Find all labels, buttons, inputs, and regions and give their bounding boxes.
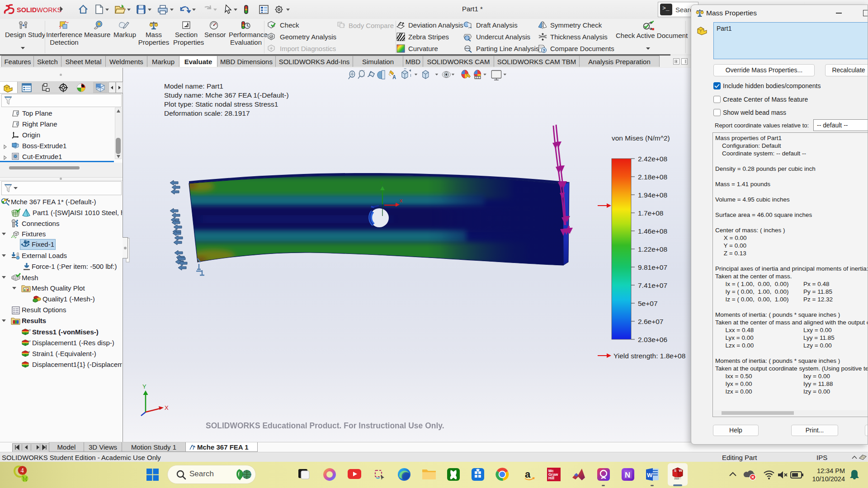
- svg-text:A: A: [392, 74, 396, 80]
- svg-text:u: u: [28, 339, 31, 343]
- svg-text:Plot type: Static nodal stress: Plot type: Static nodal stress Stress1: [164, 100, 278, 108]
- svg-text:?: ?: [543, 48, 546, 53]
- svg-text:2023: 2023: [675, 478, 679, 480]
- svg-text:2.03e+06: 2.03e+06: [638, 336, 667, 343]
- svg-text:Deformation scale: 28.1917: Deformation scale: 28.1917: [164, 109, 250, 117]
- svg-text:5e+07: 5e+07: [638, 300, 658, 307]
- svg-text:Model name: Part1: Model name: Part1: [164, 82, 223, 90]
- svg-text:9.81e+07: 9.81e+07: [638, 263, 667, 271]
- svg-text:σ: σ: [28, 328, 31, 332]
- svg-text:SOLIDWORKS Educational Product: SOLIDWORKS Educational Product. For Inst…: [206, 421, 444, 430]
- svg-text:1.7e+08: 1.7e+08: [638, 209, 663, 217]
- svg-text:S: S: [674, 469, 677, 473]
- svg-text:1.46e+08: 1.46e+08: [638, 227, 667, 235]
- svg-text:?: ?: [343, 23, 345, 28]
- svg-text:X: X: [165, 404, 169, 411]
- svg-text:a: a: [525, 469, 531, 480]
- svg-text:1.94e+08: 1.94e+08: [638, 191, 667, 199]
- svg-text:1.22e+08: 1.22e+08: [638, 245, 667, 253]
- svg-text:von Mises (N/m^2): von Mises (N/m^2): [612, 134, 670, 142]
- svg-text:2.6e+07: 2.6e+07: [638, 318, 663, 325]
- svg-text:Y: Y: [380, 180, 383, 187]
- svg-text:Study name: Mche 367 FEA 1(-De: Study name: Mche 367 FEA 1(-Default-): [164, 91, 289, 99]
- svg-text:W: W: [647, 472, 653, 479]
- svg-text:Hill: Hill: [548, 476, 554, 480]
- svg-text:SOLIDWORKS: SOLIDWORKS: [17, 6, 61, 14]
- svg-text:4: 4: [21, 467, 24, 474]
- svg-text:W: W: [679, 469, 683, 473]
- svg-text:7.41e+07: 7.41e+07: [638, 282, 667, 289]
- svg-text:2.42e+08: 2.42e+08: [638, 155, 667, 163]
- svg-text:2.18e+08: 2.18e+08: [638, 173, 667, 181]
- svg-text:ε: ε: [28, 350, 30, 354]
- svg-text:x: x: [400, 197, 403, 204]
- svg-text:N: N: [625, 471, 630, 479]
- svg-text:Yield strength: 1.8e+08: Yield strength: 1.8e+08: [613, 352, 685, 360]
- svg-text:Y: Y: [142, 383, 146, 390]
